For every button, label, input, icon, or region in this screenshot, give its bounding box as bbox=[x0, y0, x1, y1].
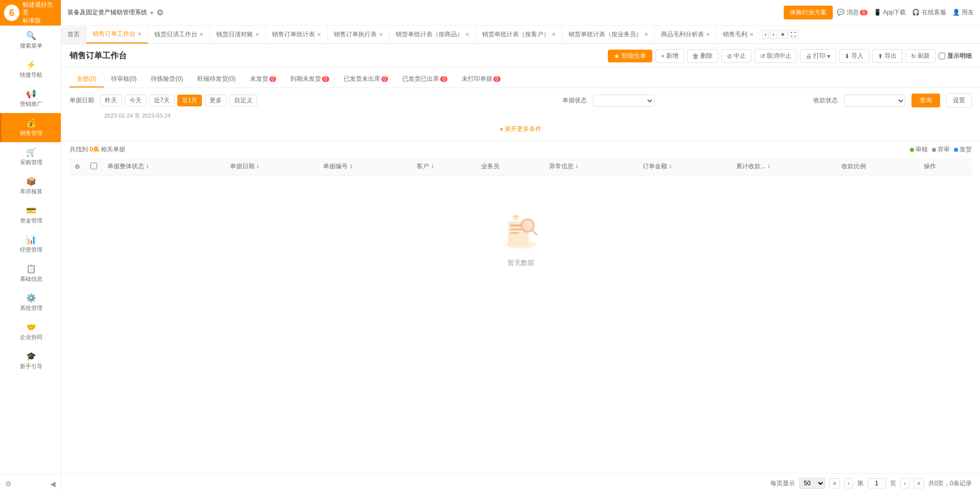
sort-icon[interactable]: ↕ bbox=[256, 163, 259, 170]
tab-close-cash-daily[interactable]: ✕ bbox=[199, 32, 203, 37]
sort-icon[interactable]: ↕ bbox=[350, 163, 353, 170]
tab-close-sales-exec[interactable]: ✕ bbox=[379, 32, 383, 37]
page-size-select[interactable]: 102050100 bbox=[799, 478, 825, 489]
tab-close-sales-more[interactable]: ✕ bbox=[749, 32, 754, 37]
sidebar-item-purchase[interactable]: 🛒采购管理 bbox=[0, 142, 61, 171]
print-button[interactable]: 🖨 打印 ▾ bbox=[800, 49, 836, 63]
tab-cash-daily[interactable]: 钱货日清工作台✕ bbox=[148, 26, 210, 43]
tab-sales-stats[interactable]: 销售订单统计表✕ bbox=[266, 26, 328, 43]
sidebar-label-quick: 快捷导航 bbox=[20, 71, 42, 79]
subtab-all[interactable]: 全部(0) bbox=[70, 72, 104, 87]
tab-close-sales-summary-product[interactable]: ✕ bbox=[465, 32, 469, 37]
tab-gross-profit[interactable]: 商品毛利分析表✕ bbox=[655, 26, 717, 43]
cancel-stop-button[interactable]: ↺ 取消中止 bbox=[755, 49, 797, 63]
sidebar-item-finance[interactable]: 💳资金管理 bbox=[0, 200, 61, 230]
next-page-button[interactable]: › bbox=[900, 478, 909, 488]
prev-page-button[interactable]: ‹ bbox=[844, 478, 853, 488]
date-option-1month[interactable]: 近1月 bbox=[177, 95, 202, 106]
subtab-expired[interactable]: 到期未发货0 bbox=[283, 72, 336, 87]
message-icon[interactable]: 💬 消息6 bbox=[837, 8, 868, 17]
sort-icon[interactable]: ↕ bbox=[669, 163, 672, 170]
sidebar-item-inventory[interactable]: 📦库存核算 bbox=[0, 171, 61, 200]
online-service-link[interactable]: 🎧 在线客服 bbox=[912, 8, 946, 17]
status-select[interactable] bbox=[593, 95, 654, 107]
table-scroll[interactable] bbox=[61, 463, 980, 473]
subtab-pending[interactable]: 待审核(0) bbox=[104, 72, 144, 87]
tab-sales-exec[interactable]: 销售订单执行表✕ bbox=[328, 26, 390, 43]
set-button[interactable]: 设置 bbox=[946, 93, 972, 108]
last-page-button[interactable]: » bbox=[914, 478, 924, 488]
payment-select[interactable] bbox=[844, 95, 905, 107]
sort-icon[interactable]: ↕ bbox=[146, 163, 149, 170]
audit-action-button[interactable]: 审核 bbox=[910, 145, 928, 154]
ship-action-button[interactable]: 发货 bbox=[954, 145, 972, 154]
tab-prev-button[interactable]: ‹ bbox=[762, 30, 769, 39]
tab-sales-summary-customer[interactable]: 销货单统计表（按客户）✕ bbox=[476, 26, 562, 43]
import-button[interactable]: ⬇ 导入 bbox=[839, 49, 869, 63]
export-icon: ⬆ bbox=[878, 53, 883, 60]
date-option-custom[interactable]: 自定义 bbox=[230, 95, 257, 106]
date-option-yesterday[interactable]: 昨天 bbox=[100, 95, 122, 106]
show-detail-checkbox[interactable] bbox=[939, 53, 945, 59]
date-option-today[interactable]: 今天 bbox=[125, 95, 146, 106]
sidebar-item-system[interactable]: ⚙️系统管理 bbox=[0, 288, 61, 317]
show-detail-toggle[interactable]: 显示明细 bbox=[939, 52, 972, 60]
sidebar-item-operations[interactable]: 📊经营管理 bbox=[0, 230, 61, 259]
sidebar-item-enterprise[interactable]: 🤝企业协同 bbox=[0, 317, 61, 346]
sort-icon[interactable]: ↕ bbox=[575, 163, 578, 170]
page-input[interactable] bbox=[868, 478, 886, 488]
th-check[interactable] bbox=[85, 158, 102, 175]
tab-close-gross-profit[interactable]: ✕ bbox=[706, 32, 710, 37]
sort-icon[interactable]: ↕ bbox=[431, 163, 434, 170]
smart-create-button[interactable]: ★ 智能生单 bbox=[608, 50, 652, 62]
add-button[interactable]: + 新增 bbox=[655, 49, 684, 63]
tab-close-sales-stats[interactable]: ✕ bbox=[317, 32, 321, 37]
export-button[interactable]: ⬆ 导出 bbox=[872, 49, 902, 63]
tabbar: 首页销售订单工作台✕钱货日清工作台✕钱货日清对账✕销售订单统计表✕销售订单执行表… bbox=[61, 26, 980, 44]
sidebar-item-marketing[interactable]: 📢营销推广 bbox=[0, 84, 61, 113]
sidebar-item-sales[interactable]: 💰销售管理 bbox=[0, 113, 61, 142]
industry-solution-button[interactable]: 体验行业方案 bbox=[784, 6, 833, 19]
date-option-more[interactable]: 更多 bbox=[205, 95, 226, 106]
tab-close-all-button[interactable]: ✕ bbox=[778, 30, 787, 39]
app-download-link[interactable]: 📱 App下载 bbox=[874, 8, 906, 17]
tab-sales-order[interactable]: 销售订单工作台✕ bbox=[86, 26, 148, 43]
tab-sales-summary-staff[interactable]: 销货单统计表（按业务员）✕ bbox=[562, 26, 655, 43]
expand-filter-button[interactable]: ▾ 展开更多条件 bbox=[500, 125, 541, 133]
topbar-gear-icon[interactable]: ⚙ bbox=[156, 8, 164, 17]
subtab-wangpu[interactable]: 旺铺待发货(0) bbox=[190, 72, 243, 87]
tab-close-sales-summary-staff[interactable]: ✕ bbox=[644, 32, 648, 37]
tab-next-button[interactable]: › bbox=[770, 30, 777, 39]
settings-icon[interactable]: ⚙ bbox=[5, 480, 12, 488]
tab-cash-reconcile[interactable]: 钱货日清对账✕ bbox=[210, 26, 266, 43]
query-button[interactable]: 查询 bbox=[911, 94, 940, 107]
subtab-not-shipped[interactable]: 未发货0 bbox=[243, 72, 284, 87]
tab-expand-button[interactable]: ⛶ bbox=[788, 30, 799, 39]
sidebar-item-newbie[interactable]: 🎓新手引导 bbox=[0, 346, 61, 375]
sidebar-item-quick[interactable]: ⚡快捷导航 bbox=[0, 55, 61, 84]
refresh-button[interactable]: ↻ 刷新 bbox=[905, 49, 936, 63]
reject-action-button[interactable]: 弃审 bbox=[932, 145, 950, 154]
tab-close-sales-summary-customer[interactable]: ✕ bbox=[552, 32, 556, 37]
topbar-dropdown-icon[interactable]: ▾ bbox=[150, 9, 153, 16]
tab-sales-more[interactable]: 销售毛利✕ bbox=[717, 26, 760, 43]
first-page-button[interactable]: « bbox=[829, 478, 840, 488]
date-option-7days[interactable]: 近7天 bbox=[149, 95, 174, 106]
tab-close-sales-order[interactable]: ✕ bbox=[138, 31, 142, 37]
sidebar-item-search[interactable]: 🔍搜索菜单 bbox=[0, 26, 61, 55]
user-menu[interactable]: 👤 用友 bbox=[952, 8, 974, 17]
th-settings[interactable]: ⚙ bbox=[70, 158, 85, 175]
stop-button[interactable]: ⊘ 中止 bbox=[721, 49, 751, 63]
collapse-icon[interactable]: ◀ bbox=[50, 480, 56, 488]
subtab-pending-check[interactable]: 待拣验货(0) bbox=[144, 72, 190, 87]
subtab-shipped-not-out[interactable]: 已发货未出库0 bbox=[336, 72, 396, 87]
subtab-shipped-out[interactable]: 已发货已出库0 bbox=[395, 72, 454, 87]
sidebar-item-basic[interactable]: 📋基础信息 bbox=[0, 259, 61, 288]
sort-icon[interactable]: ↕ bbox=[767, 163, 770, 170]
tab-sales-summary-product[interactable]: 销货单统计表（按商品）✕ bbox=[390, 26, 476, 43]
delete-button[interactable]: 🗑 删除 bbox=[687, 49, 718, 63]
tab-close-cash-reconcile[interactable]: ✕ bbox=[255, 32, 259, 37]
select-all-checkbox[interactable] bbox=[90, 163, 97, 169]
tab-home[interactable]: 首页 bbox=[61, 26, 86, 43]
subtab-not-printed[interactable]: 未打印单据0 bbox=[454, 72, 508, 87]
